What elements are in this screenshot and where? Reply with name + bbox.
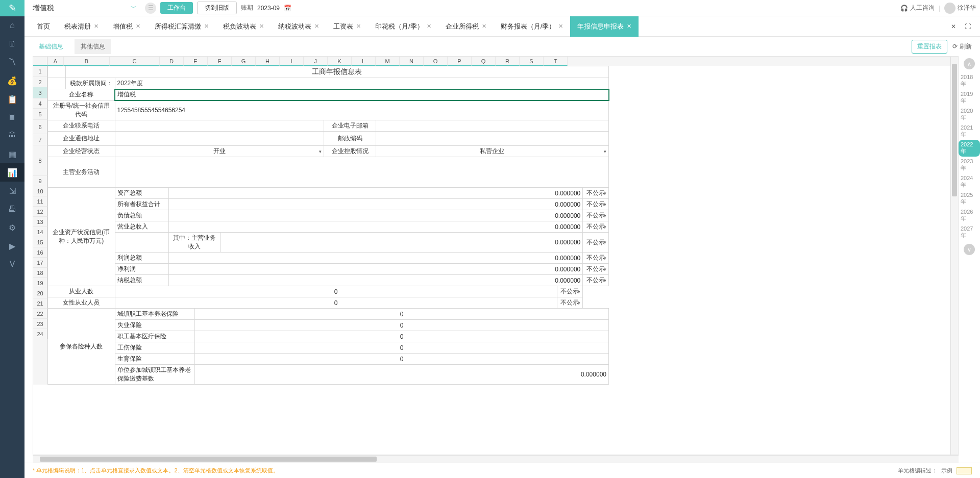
close-icon[interactable]: ✕ <box>627 23 631 30</box>
year-item[interactable]: 2024年 <box>959 173 980 190</box>
cell[interactable]: 参保各险种人数 <box>48 309 115 385</box>
row-header[interactable]: 16 <box>33 247 47 258</box>
cell[interactable]: 失业保险 <box>115 320 194 331</box>
row-header[interactable]: 23 <box>33 319 47 329</box>
nav-video-icon[interactable]: ▶ <box>0 237 24 255</box>
cell[interactable]: 注册号/统一社会信用代码 <box>48 100 115 120</box>
cell[interactable]: 0 <box>194 354 608 365</box>
cell[interactable]: 净利润 <box>115 264 169 275</box>
cell[interactable]: 0.000000 <box>169 199 583 210</box>
col-header[interactable]: I <box>280 57 304 66</box>
cell[interactable]: 不公示 <box>583 199 609 210</box>
nav-report-icon[interactable]: 📊 <box>0 163 24 182</box>
calendar-icon[interactable]: 📅 <box>284 5 291 12</box>
sheet-corner[interactable] <box>33 57 47 66</box>
cell[interactable]: 生育保险 <box>115 354 194 365</box>
cell[interactable]: 主营业务活动 <box>48 157 115 188</box>
subtab-other[interactable]: 其他信息 <box>75 39 111 54</box>
row-header[interactable]: 3 <box>33 87 47 98</box>
close-icon[interactable]: ✕ <box>482 23 486 30</box>
cell[interactable]: 0.000000 <box>169 264 583 275</box>
nav-money-icon[interactable]: 💰 <box>0 71 24 90</box>
tab[interactable]: 首页 <box>30 16 57 37</box>
nav-doc-icon[interactable]: 🗎 <box>0 35 24 53</box>
tab[interactable]: 企业所得税✕ <box>438 16 494 37</box>
cell[interactable]: 0.000000 <box>169 188 583 199</box>
cell[interactable]: 税款所属期间： <box>65 78 115 89</box>
workspace-button[interactable]: 工作台 <box>160 2 193 14</box>
col-header[interactable]: K <box>328 57 352 66</box>
cell[interactable]: 不公示 <box>583 264 609 275</box>
row-header[interactable]: 22 <box>33 309 47 319</box>
row-header[interactable]: 13 <box>33 217 47 227</box>
cell[interactable]: 企业通信地址 <box>48 132 115 146</box>
cell[interactable]: 不公示 <box>583 275 609 286</box>
col-header[interactable]: G <box>232 57 256 66</box>
year-item[interactable]: 2027年 <box>959 224 980 241</box>
col-header[interactable]: B <box>64 57 110 66</box>
cell[interactable]: 开业 <box>115 146 324 157</box>
cell[interactable]: 私营企业 <box>376 146 608 157</box>
spreadsheet[interactable]: ABCDEFGHIJKLMNOPQRST 1234567891011121314… <box>33 56 959 455</box>
tab[interactable]: 财务报表（月/季）✕ <box>494 16 571 37</box>
cell[interactable]: 工商年报信息表 <box>65 66 609 78</box>
tab[interactable]: 所得税汇算清缴✕ <box>148 16 216 37</box>
col-header[interactable]: P <box>448 57 472 66</box>
cell[interactable]: 资产总额 <box>115 188 169 199</box>
cell[interactable]: 不公示 <box>557 286 583 297</box>
cell[interactable]: 企业资产状况信息(币种：人民币万元) <box>48 188 115 286</box>
col-header[interactable]: Q <box>472 57 496 66</box>
cell[interactable]: 纳税总额 <box>115 275 169 286</box>
col-header[interactable]: J <box>304 57 328 66</box>
nav-export-icon[interactable]: ⇲ <box>0 182 24 200</box>
reset-button[interactable]: 重置报表 <box>912 40 947 54</box>
row-header[interactable]: 4 <box>33 98 47 109</box>
row-header[interactable]: 10 <box>33 186 47 196</box>
cell[interactable]: 工伤保险 <box>115 342 194 354</box>
cell[interactable]: 不公示 <box>557 297 583 309</box>
cell[interactable]: 企业名称 <box>48 89 115 100</box>
cell[interactable]: 女性从业人员 <box>48 297 115 309</box>
year-item[interactable]: 2020年 <box>959 106 980 123</box>
close-icon[interactable]: ✕ <box>427 23 431 30</box>
year-down-icon[interactable]: ∨ <box>964 244 975 255</box>
cell[interactable] <box>48 66 66 78</box>
cell[interactable]: 邮政编码 <box>324 132 376 146</box>
year-item[interactable]: 2023年 <box>959 157 980 173</box>
row-header[interactable]: 19 <box>33 278 47 288</box>
close-icon[interactable]: ✕ <box>259 23 264 30</box>
cell[interactable]: 不公示 <box>583 221 609 233</box>
tab[interactable]: 印花税（月/季）✕ <box>368 16 438 37</box>
col-header[interactable]: H <box>256 57 280 66</box>
cell[interactable]: 0.000000 <box>169 210 583 221</box>
row-header[interactable]: 7 <box>33 134 47 145</box>
tab[interactable]: 税负波动表✕ <box>216 16 271 37</box>
row-header[interactable]: 2 <box>33 77 47 87</box>
cell[interactable]: 0.000000 <box>194 365 608 385</box>
row-header[interactable]: 15 <box>33 237 47 247</box>
refresh-button[interactable]: ⟳刷新 <box>952 42 972 51</box>
row-header[interactable]: 8 <box>33 145 47 176</box>
cell[interactable]: 不公示 <box>583 233 609 253</box>
col-header[interactable]: E <box>184 57 208 66</box>
consult-link[interactable]: 🎧 人工咨询 <box>900 4 935 12</box>
row-header[interactable]: 6 <box>33 120 47 134</box>
nav-v-icon[interactable]: V <box>0 255 24 273</box>
nav-clipboard-icon[interactable]: 📋 <box>0 90 24 108</box>
cell[interactable]: 从业人数 <box>48 286 115 297</box>
cell[interactable] <box>115 233 169 253</box>
cell[interactable]: 0.000000 <box>169 221 583 233</box>
tab[interactable]: 税表清册✕ <box>57 16 106 37</box>
cell[interactable] <box>376 120 608 132</box>
year-item[interactable]: 2018年 <box>959 72 980 89</box>
cell[interactable] <box>376 132 608 146</box>
close-icon[interactable]: ✕ <box>558 23 563 30</box>
close-icon[interactable]: ✕ <box>136 23 140 30</box>
col-header[interactable]: R <box>496 57 520 66</box>
cell[interactable]: 企业控股情况 <box>324 146 376 157</box>
row-header[interactable]: 17 <box>33 258 47 268</box>
col-header[interactable]: A <box>47 57 64 66</box>
cell[interactable]: 企业联系电话 <box>48 120 115 132</box>
cell[interactable] <box>115 157 608 188</box>
col-header[interactable]: D <box>160 57 184 66</box>
